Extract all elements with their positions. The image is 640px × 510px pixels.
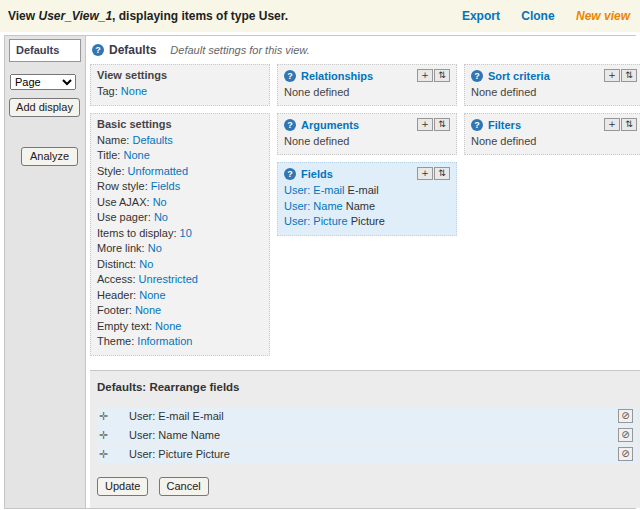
display-header-title: Defaults <box>109 43 156 57</box>
rearrange-fields-panel: Defaults: Rearrange fields ✛ User: E-mai… <box>90 370 640 508</box>
rearrange-icon[interactable]: ⇅ <box>434 69 450 82</box>
setting-row: Theme: Information <box>97 334 263 350</box>
add-icon[interactable]: + <box>417 118 433 131</box>
setting-row: More link: No <box>97 241 263 257</box>
help-icon[interactable]: ? <box>471 70 483 82</box>
display-header-caption: Default settings for this view. <box>170 44 309 56</box>
rearrange-row-label: User: Picture Picture <box>129 448 618 460</box>
view-actions: Export Clone New view <box>444 9 630 23</box>
remove-icon[interactable]: ⊘ <box>618 409 633 423</box>
help-icon[interactable]: ? <box>92 44 104 56</box>
drag-handle-icon[interactable]: ✛ <box>99 410 115 423</box>
rearrange-title: Defaults: Rearrange fields <box>97 381 637 393</box>
sort-criteria-box: ? Sort criteria + ⇅ None defined <box>464 64 640 106</box>
rearrange-icon[interactable]: ⇅ <box>434 118 450 131</box>
setting-row: Items to display: 10 <box>97 226 263 242</box>
help-icon[interactable]: ? <box>284 119 296 131</box>
setting-row: Use pager: No <box>97 210 263 226</box>
views-edit-container: Defaults Page Add display Analyze ? Defa… <box>4 35 636 509</box>
setting-row: Access: Unrestricted <box>97 272 263 288</box>
setting-value-link[interactable]: None <box>139 289 165 301</box>
export-link[interactable]: Export <box>462 9 500 23</box>
rearrange-icon[interactable]: ⇅ <box>621 118 637 131</box>
setting-value-link[interactable]: Information <box>137 335 192 347</box>
sort-criteria-title-link[interactable]: Sort criteria <box>488 70 550 82</box>
field-row: User: Name Name <box>284 199 450 215</box>
arguments-empty: None defined <box>284 134 450 149</box>
view-settings-title: View settings <box>97 69 263 81</box>
settings-column-2: ? Relationships + ⇅ None defined ? Argum… <box>277 64 457 236</box>
view-summary-bar: View User_View_1, displaying items of ty… <box>0 0 640 32</box>
rearrange-icon[interactable]: ⇅ <box>621 69 637 82</box>
sort-criteria-empty: None defined <box>471 85 637 100</box>
add-display-button[interactable]: Add display <box>9 98 80 117</box>
new-view-link[interactable]: New view <box>576 9 630 23</box>
setting-row: Distinct: No <box>97 257 263 273</box>
arguments-title-link[interactable]: Arguments <box>301 119 359 131</box>
setting-row: Title: None <box>97 148 263 164</box>
setting-row: Footer: None <box>97 303 263 319</box>
clone-link[interactable]: Clone <box>521 9 554 23</box>
setting-value-link[interactable]: Defaults <box>132 134 172 146</box>
setting-value-link[interactable]: No <box>148 242 162 254</box>
help-icon[interactable]: ? <box>284 70 296 82</box>
setting-value-link[interactable]: No <box>139 258 153 270</box>
add-icon[interactable]: + <box>604 69 620 82</box>
setting-value-link[interactable]: None <box>121 85 147 97</box>
setting-row: Empty text: None <box>97 319 263 335</box>
setting-row: Tag: None <box>97 84 263 100</box>
display-sidebar: Defaults Page Add display Analyze <box>5 36 86 508</box>
fields-title-link[interactable]: Fields <box>301 168 333 180</box>
help-icon[interactable]: ? <box>284 168 296 180</box>
setting-value-link[interactable]: None <box>124 149 150 161</box>
remove-icon[interactable]: ⊘ <box>618 428 633 442</box>
setting-row: Use AJAX: No <box>97 195 263 211</box>
setting-row: Row style: Fields <box>97 179 263 195</box>
relationships-title-link[interactable]: Relationships <box>301 70 373 82</box>
settings-column-1: View settings Tag: None Basic settings N… <box>90 64 270 356</box>
rearrange-row-label: User: Name Name <box>129 429 618 441</box>
setting-row: Name: Defaults <box>97 133 263 149</box>
add-icon[interactable]: + <box>417 69 433 82</box>
relationships-box: ? Relationships + ⇅ None defined <box>277 64 457 106</box>
field-link[interactable]: User: Name <box>284 200 343 212</box>
drag-handle-icon[interactable]: ✛ <box>99 429 115 442</box>
add-icon[interactable]: + <box>417 167 433 180</box>
field-row: User: E-mail E-mail <box>284 183 450 199</box>
display-type-select[interactable]: Page <box>10 74 76 90</box>
setting-value-link[interactable]: Fields <box>151 180 180 192</box>
cancel-button[interactable]: Cancel <box>159 477 209 496</box>
field-link[interactable]: User: Picture <box>284 215 348 227</box>
tab-defaults[interactable]: Defaults <box>9 39 81 62</box>
update-button[interactable]: Update <box>97 477 148 496</box>
form-actions: Update Cancel <box>97 477 637 496</box>
filters-title-link[interactable]: Filters <box>488 119 521 131</box>
setting-value-link[interactable]: None <box>135 304 161 316</box>
rearrange-row-label: User: E-mail E-mail <box>129 410 618 422</box>
rearrange-row: ✛ User: Picture Picture ⊘ <box>97 445 637 463</box>
drag-handle-icon[interactable]: ✛ <box>99 448 115 461</box>
view-name: User_View_1 <box>38 9 112 23</box>
remove-icon[interactable]: ⊘ <box>618 447 633 461</box>
filters-box: ? Filters + ⇅ None defined <box>464 113 640 155</box>
setting-row: Header: None <box>97 288 263 304</box>
help-icon[interactable]: ? <box>471 119 483 131</box>
rearrange-row: ✛ User: Name Name ⊘ <box>97 426 637 444</box>
rearrange-icon[interactable]: ⇅ <box>434 167 450 180</box>
setting-value-link[interactable]: Unformatted <box>128 165 189 177</box>
setting-value-link[interactable]: None <box>155 320 181 332</box>
setting-value-link[interactable]: Unrestricted <box>139 273 198 285</box>
field-link[interactable]: User: E-mail <box>284 184 345 196</box>
filters-empty: None defined <box>471 134 637 149</box>
relationships-empty: None defined <box>284 85 450 100</box>
analyze-button[interactable]: Analyze <box>21 147 78 166</box>
setting-value-link[interactable]: 10 <box>180 227 192 239</box>
setting-row: Style: Unformatted <box>97 164 263 180</box>
view-title: View User_View_1, displaying items of ty… <box>8 9 288 23</box>
setting-value-link[interactable]: No <box>154 211 168 223</box>
field-row: User: Picture Picture <box>284 214 450 230</box>
fields-box: ? Fields + ⇅ User: E-mail E-mail User: N… <box>277 162 457 236</box>
add-icon[interactable]: + <box>604 118 620 131</box>
rearrange-row: ✛ User: E-mail E-mail ⊘ <box>97 407 637 425</box>
setting-value-link[interactable]: No <box>153 196 167 208</box>
